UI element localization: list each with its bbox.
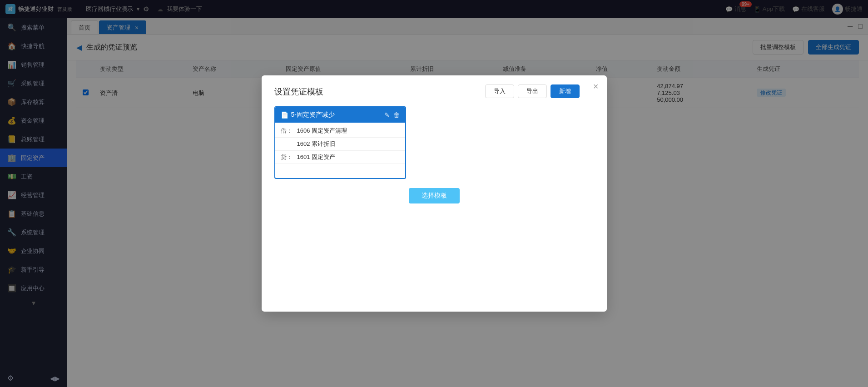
row-code-3: 1601 固定资产 (297, 153, 336, 161)
row-code-1: 1606 固定资产清理 (297, 127, 347, 135)
new-template-btn[interactable]: 新增 (551, 84, 580, 98)
template-row-3: 贷： 1601 固定资产 (275, 151, 405, 164)
choose-template-btn[interactable]: 选择模板 (409, 188, 460, 203)
row-type-3: 贷： (281, 153, 297, 161)
template-card-header: 📄 5-固定资产减少 ✎ 🗑 (275, 107, 405, 123)
template-delete-icon[interactable]: 🗑 (393, 111, 400, 119)
template-row-empty (275, 164, 405, 175)
template-edit-icon[interactable]: ✎ (384, 111, 390, 119)
import-btn[interactable]: 导入 (485, 84, 514, 98)
template-doc-icon: 📄 (281, 111, 288, 119)
template-name: 5-固定资产减少 (291, 111, 335, 119)
template-header-left: 📄 5-固定资产减少 (281, 111, 335, 119)
row-code-2: 1602 累计折旧 (297, 140, 336, 148)
template-row-1: 借： 1606 固定资产清理 (275, 124, 405, 138)
template-card-body: 借： 1606 固定资产清理 借： 1602 累计折旧 贷： 1601 固定资产 (275, 123, 405, 177)
modal-dialog: 设置凭证模板 × 导入 导出 新增 📄 5-固定资产减少 ✎ 🗑 (262, 75, 607, 312)
template-header-actions: ✎ 🗑 (384, 111, 400, 119)
template-card: 📄 5-固定资产减少 ✎ 🗑 借： 1606 固定资产清理 借： (274, 106, 406, 179)
modal-toolbar: 导入 导出 新增 (485, 84, 580, 98)
modal-close-btn[interactable]: × (593, 82, 599, 91)
template-list: 📄 5-固定资产减少 ✎ 🗑 借： 1606 固定资产清理 借： (274, 106, 594, 179)
export-btn[interactable]: 导出 (518, 84, 547, 98)
row-type-1: 借： (281, 127, 297, 135)
modal-overlay: 设置凭证模板 × 导入 导出 新增 📄 5-固定资产减少 ✎ 🗑 (0, 0, 868, 387)
template-row-2: 借： 1602 累计折旧 (275, 138, 405, 151)
